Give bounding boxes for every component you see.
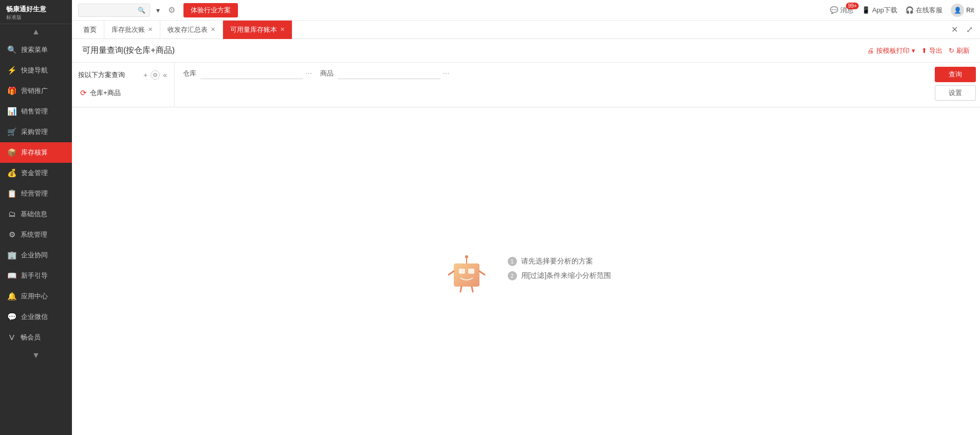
tab-stocksummary[interactable]: 收发存汇总表✕ (160, 21, 223, 39)
export-btn[interactable]: ⬆ 导出 (921, 46, 942, 55)
sidebar-icon-finance: 💰 (7, 168, 17, 178)
warehouse-more-icon[interactable]: ··· (305, 69, 312, 78)
goods-more-icon[interactable]: ··· (442, 69, 449, 78)
filter-buttons: 查询 设置 (935, 67, 980, 101)
sidebar-item-quicknav[interactable]: ⚡快捷导航 (0, 60, 72, 81)
sidebar-item-marketing[interactable]: 🎁营销推广 (0, 81, 72, 101)
sidebar-icon-quicknav: ⚡ (7, 66, 17, 75)
service-label: 在线客服 (916, 6, 942, 15)
sidebar-item-member[interactable]: V畅会员 (0, 327, 72, 348)
settings-btn[interactable]: 设置 (935, 85, 976, 101)
sidebar-label-sales: 销售管理 (21, 107, 48, 116)
sidebar-label-wechat: 企业微信 (21, 312, 48, 321)
message-icon: 💬 (830, 6, 838, 14)
tab-label-available: 可用量库存账本 (230, 25, 277, 34)
query-btn[interactable]: 查询 (935, 67, 976, 82)
user-area[interactable]: 👤 Rit (951, 4, 974, 17)
print-icon: 🖨 (867, 47, 874, 54)
sidebar-label-enterprise: 企业协同 (21, 251, 48, 260)
sidebar-item-enterprise[interactable]: 🏢企业协同 (0, 245, 72, 266)
page-title: 可用量查询(按仓库+商品) (82, 45, 175, 56)
tabbar-right: ✕ ⤢ (948, 23, 980, 36)
scheme-label: 按以下方案查询 (78, 70, 125, 80)
topbar-dropdown-icon[interactable]: ▾ (154, 4, 162, 16)
add-scheme-icon[interactable]: + (142, 70, 149, 80)
svg-rect-0 (454, 263, 479, 287)
sidebar-label-basics: 基础信息 (21, 210, 47, 219)
empty-robot-svg (443, 248, 490, 294)
sidebar-item-inventory[interactable]: 📦库存核算 (0, 142, 72, 163)
sidebar-scroll-down[interactable]: ▼ (0, 348, 72, 363)
scheme-header: 按以下方案查询 + ⚙ « (72, 68, 174, 84)
refresh-icon: ↻ (949, 47, 954, 54)
topbar-search-box[interactable]: 🔍 (78, 4, 150, 17)
sidebar-item-operations[interactable]: 📋经营管理 (0, 183, 72, 204)
scheme-header-actions: + ⚙ « (142, 70, 168, 80)
sidebar-item-guide[interactable]: 📖新手引导 (0, 266, 72, 286)
sidebar-item-wechat[interactable]: 💬企业微信 (0, 307, 72, 327)
app-edition: 标准版 (6, 14, 66, 21)
empty-tip2: 2 用[过滤]条件来缩小分析范围 (508, 271, 612, 280)
tab-batch[interactable]: 库存批次账✕ (104, 21, 160, 39)
tabbar: 首页库存批次账✕收发存汇总表✕可用量库存账本✕ ✕ ⤢ (72, 21, 980, 39)
sidebar-item-finance[interactable]: 💰资金管理 (0, 163, 72, 183)
empty-state: 1 请先选择要分析的方案 2 用[过滤]条件来缩小分析范围 (72, 107, 980, 435)
sidebar-item-system[interactable]: ⚙系统管理 (0, 224, 72, 245)
sidebar-scroll-up[interactable]: ▲ (0, 24, 72, 40)
sidebar-icon-basics: 🗂 (7, 210, 16, 218)
goods-label: 商品 (320, 69, 334, 78)
sidebar-item-search[interactable]: 🔍搜索菜单 (0, 40, 72, 60)
sidebar-icon-guide: 📖 (7, 271, 17, 280)
tab-label-stocksummary: 收发存汇总表 (168, 25, 208, 34)
sidebar-icon-purchase: 🛒 (7, 127, 17, 137)
svg-point-4 (465, 255, 468, 258)
app-download-btn[interactable]: 📱 App下载 (862, 6, 897, 15)
app-name: 畅康通好生意 (6, 5, 66, 14)
svg-rect-1 (459, 269, 465, 274)
avatar: 👤 (951, 4, 964, 17)
sidebar-item-purchase[interactable]: 🛒采购管理 (0, 122, 72, 142)
print-btn[interactable]: 🖨 按模板打印 ▾ (867, 46, 915, 55)
sidebar-item-sales[interactable]: 📊销售管理 (0, 101, 72, 122)
app-download-label: App下载 (872, 6, 897, 15)
goods-filter: 商品 ··· (320, 68, 449, 79)
trial-btn[interactable]: 体验行业方案 (183, 3, 238, 17)
scheme-item-warehouse-goods[interactable]: ⟳ 仓库+商品 (72, 84, 174, 102)
expand-btn[interactable]: ⤢ (963, 23, 976, 36)
goods-input[interactable] (338, 68, 440, 79)
refresh-label: 刷新 (956, 46, 970, 55)
search-input[interactable] (83, 7, 138, 14)
headset-icon: 🎧 (905, 6, 914, 14)
svg-line-5 (449, 271, 454, 275)
scheme-panel: 按以下方案查询 + ⚙ « ⟳ 仓库+商品 (72, 63, 175, 107)
content-area: 可用量查询(按仓库+商品) 🖨 按模板打印 ▾ ⬆ 导出 ↻ 刷新 (72, 39, 980, 435)
filter-row: 仓库 ··· 商品 ··· (183, 68, 972, 79)
collapse-scheme-icon[interactable]: « (162, 70, 168, 80)
online-service-btn[interactable]: 🎧 在线客服 (905, 6, 942, 15)
sidebar-icon-operations: 📋 (7, 189, 17, 198)
tab-available[interactable]: 可用量库存账本✕ (223, 21, 292, 39)
tab-close-batch[interactable]: ✕ (148, 26, 153, 33)
settings-scheme-icon[interactable]: ⚙ (151, 70, 160, 80)
message-btn[interactable]: 💬 消息 99+ (830, 6, 854, 15)
topbar-gear-icon[interactable]: ⚙ (166, 3, 177, 17)
sidebar: 畅康通好生意 标准版 ▲ 🔍搜索菜单⚡快捷导航🎁营销推广📊销售管理🛒采购管理📦库… (0, 0, 72, 435)
tab-label-batch: 库存批次账 (112, 25, 145, 34)
tab-home[interactable]: 首页 (76, 21, 104, 39)
tab-close-available[interactable]: ✕ (280, 26, 285, 33)
dropdown-icon: ▾ (912, 47, 915, 54)
sidebar-logo: 畅康通好生意 标准版 (0, 0, 72, 24)
svg-rect-2 (468, 269, 474, 274)
query-area: 按以下方案查询 + ⚙ « ⟳ 仓库+商品 仓库 (72, 63, 980, 107)
warehouse-input[interactable] (200, 68, 303, 79)
sidebar-item-basics[interactable]: 🗂基础信息 (0, 204, 72, 224)
refresh-btn[interactable]: ↻ 刷新 (949, 46, 970, 55)
tab-label-home: 首页 (83, 25, 97, 34)
close-tab-btn[interactable]: ✕ (948, 23, 961, 36)
svg-line-8 (472, 287, 473, 292)
page-actions: 🖨 按模板打印 ▾ ⬆ 导出 ↻ 刷新 (867, 46, 970, 55)
sidebar-item-appcenter[interactable]: 🔔应用中心 (0, 286, 72, 307)
sidebar-label-search: 搜索菜单 (21, 45, 48, 54)
tab-close-stocksummary[interactable]: ✕ (211, 26, 215, 33)
sidebar-label-appcenter: 应用中心 (21, 292, 48, 301)
